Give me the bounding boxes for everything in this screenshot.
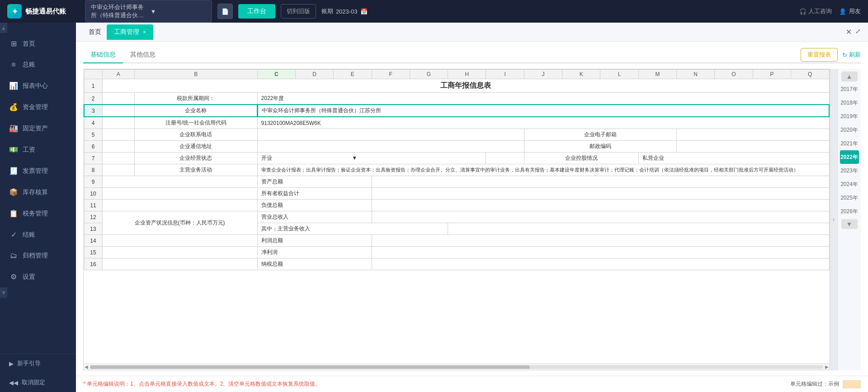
- sidebar-scroll-down[interactable]: ▼: [0, 287, 7, 298]
- cell-16a[interactable]: [102, 258, 257, 270]
- cell-2a[interactable]: [102, 93, 134, 105]
- spreadsheet-scroll[interactable]: A B C D E F G H I J: [84, 69, 830, 363]
- cell-5a[interactable]: [102, 129, 134, 141]
- cell-10c[interactable]: 所有者权益合计: [257, 188, 372, 200]
- subtab-basic-info[interactable]: 基础信息: [83, 47, 123, 63]
- cell-7i[interactable]: [486, 153, 524, 164]
- cell-4a[interactable]: [102, 117, 134, 129]
- col-d: D: [295, 70, 333, 79]
- year-2026[interactable]: 2026年: [840, 205, 859, 218]
- cell-8c[interactable]: 审查企业会计报表；出具审计报告；验证企业资本；出具验资报告；办理企业合开、分立、…: [257, 164, 829, 176]
- cancel-fixed-button[interactable]: ◀◀ 取消固定: [0, 373, 76, 392]
- tab-business-management[interactable]: 工商管理 ×: [107, 24, 153, 40]
- cell-14a[interactable]: [102, 235, 257, 247]
- year-2025[interactable]: 2025年: [840, 191, 859, 205]
- old-version-button[interactable]: 切到旧版: [281, 4, 316, 19]
- sidebar-item-invoice[interactable]: 🧾 发票管理: [0, 160, 76, 182]
- workbench-button[interactable]: 工作台: [238, 4, 275, 19]
- salary-icon: 💵: [9, 145, 18, 154]
- reset-report-button[interactable]: 重置报表: [801, 48, 838, 62]
- inner-content: 基础信息 其他信息 重置报表 ↻ 刷新: [76, 42, 868, 376]
- cell-4c[interactable]: 91320100MA208E5W6K: [257, 117, 829, 129]
- sidebar-item-tax[interactable]: 📋 税务管理: [0, 203, 76, 224]
- inventory-icon: 📦: [9, 188, 18, 196]
- year-2021[interactable]: 2021年: [840, 137, 859, 150]
- year-2019[interactable]: 2019年: [840, 110, 859, 123]
- cell-9c[interactable]: 资产总额: [257, 176, 372, 188]
- cell-12f[interactable]: [372, 211, 829, 223]
- year-2018[interactable]: 2018年: [840, 96, 859, 110]
- cell-13c[interactable]: 其中：主营业务收入: [257, 223, 448, 235]
- cell-11f[interactable]: [372, 200, 829, 211]
- scrollbar-thumb[interactable]: [90, 365, 530, 369]
- subtab-other-info[interactable]: 其他信息: [123, 47, 163, 63]
- new-hand-label: 新手引导: [17, 359, 41, 368]
- tab-close-icon[interactable]: ×: [143, 29, 146, 35]
- cell-9a[interactable]: [102, 176, 257, 188]
- new-hand-guide[interactable]: ▶ 新手引导: [0, 354, 76, 373]
- title-cell[interactable]: 工商年报信息表: [102, 79, 829, 93]
- sidebar-scroll-up[interactable]: ▲: [0, 23, 7, 33]
- company-selector[interactable]: 中审众环会计师事务所（特殊普通合伙… ▼: [85, 0, 212, 23]
- cell-6n[interactable]: [677, 141, 829, 153]
- sidebar-item-fixed-asset[interactable]: 🏭 固定资产: [0, 118, 76, 139]
- cell-15a[interactable]: [102, 247, 257, 258]
- sidebar-item-home[interactable]: ⊞ 首页: [0, 33, 76, 54]
- cell-16f[interactable]: [372, 258, 829, 270]
- year-scroll-down[interactable]: ▼: [841, 219, 858, 229]
- cell-10a[interactable]: [102, 188, 257, 200]
- year-2020[interactable]: 2020年: [840, 123, 859, 137]
- cell-13h[interactable]: [448, 223, 829, 235]
- cell-15c[interactable]: 净利润: [257, 247, 372, 258]
- sidebar-item-inventory[interactable]: 📦 库存核算: [0, 182, 76, 203]
- collapse-button[interactable]: ‹: [830, 69, 837, 370]
- scroll-left-icon[interactable]: ◀: [85, 364, 88, 369]
- cell-5c[interactable]: [257, 129, 524, 141]
- sidebar-item-report[interactable]: 📊 报表中心: [0, 75, 76, 96]
- sidebar-item-fund[interactable]: 💰 资金管理: [0, 96, 76, 118]
- consult-button[interactable]: 🎧 人工咨询: [799, 7, 832, 15]
- horizontal-scrollbar[interactable]: ◀ ▶: [84, 363, 830, 370]
- year-2024[interactable]: 2024年: [840, 177, 859, 191]
- cell-11a[interactable]: [102, 200, 257, 211]
- col-e: E: [334, 70, 372, 79]
- cell-8a[interactable]: [102, 164, 134, 176]
- cell-3c[interactable]: 中审众环会计师事务所（特殊普通合伙）江苏分所: [257, 105, 829, 117]
- sidebar-item-settle[interactable]: ✓ 结账: [0, 224, 76, 245]
- calendar-icon[interactable]: 📅: [360, 8, 368, 15]
- scrollbar-track[interactable]: [90, 365, 823, 369]
- cell-5n[interactable]: [677, 129, 829, 141]
- year-2017[interactable]: 2017年: [840, 82, 859, 96]
- cell-2c[interactable]: 2022年度: [257, 93, 829, 105]
- cell-15f[interactable]: [372, 247, 829, 258]
- sidebar-item-archive[interactable]: 🗂 归档管理: [0, 245, 76, 266]
- cell-7c[interactable]: 开业 ▼: [257, 153, 486, 164]
- cell-10f[interactable]: [372, 188, 829, 200]
- user-area[interactable]: 👤 用友: [839, 7, 861, 15]
- document-icon[interactable]: 📄: [217, 4, 233, 19]
- fund-icon: 💰: [9, 103, 18, 111]
- scroll-right-icon[interactable]: ▶: [825, 364, 829, 369]
- cell-7m[interactable]: 私营企业: [638, 153, 829, 164]
- cell-16c[interactable]: 纳税总额: [257, 258, 372, 270]
- cell-14c[interactable]: 利润总额: [257, 235, 372, 247]
- window-close-icon[interactable]: ✕: [846, 28, 852, 36]
- sidebar-item-salary[interactable]: 💵 工资: [0, 139, 76, 160]
- sidebar-item-settings[interactable]: ⚙ 设置: [0, 266, 76, 287]
- tab-home[interactable]: 首页: [83, 24, 107, 40]
- refresh-button[interactable]: ↻ 刷新: [842, 51, 861, 59]
- cell-6a[interactable]: [102, 141, 134, 153]
- year-2022[interactable]: 2022年: [840, 150, 859, 164]
- sidebar-item-ledger[interactable]: ≡ 总账: [0, 54, 76, 75]
- expand-icon[interactable]: ⤢: [855, 28, 861, 36]
- cell-6c[interactable]: [257, 141, 524, 153]
- cell-3a[interactable]: [102, 105, 134, 117]
- cell-11c[interactable]: 负债总额: [257, 200, 372, 211]
- year-2023[interactable]: 2023年: [840, 164, 859, 177]
- row-num: 14: [84, 235, 102, 247]
- cell-9f[interactable]: [372, 176, 829, 188]
- year-scroll-up[interactable]: ▲: [841, 72, 858, 81]
- cell-12c[interactable]: 营业总收入: [257, 211, 372, 223]
- cell-14f[interactable]: [372, 235, 829, 247]
- cell-7a[interactable]: [102, 153, 134, 164]
